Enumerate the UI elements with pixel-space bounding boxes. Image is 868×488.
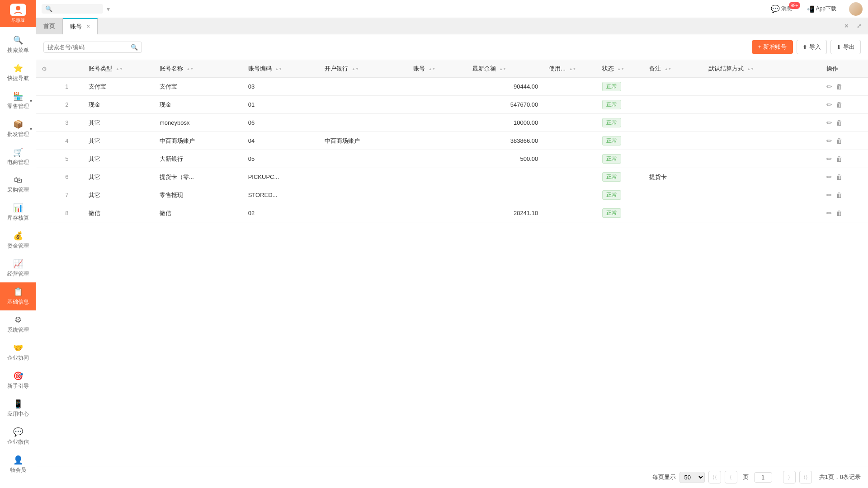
sort-default-settlement-icon[interactable]: ▲▼ [747,67,754,71]
delete-icon[interactable]: 🗑 [836,173,843,181]
col-account-type[interactable]: 账号类型 ▲▼ [83,60,154,78]
delete-icon[interactable]: 🗑 [836,209,843,217]
page-size-select[interactable]: 50 10 20 100 [679,472,705,483]
row-status: 正常 [597,114,644,132]
row-latest-balance: 500.00 [467,150,544,168]
row-settings-cell [36,186,60,204]
row-default-settlement [703,204,821,222]
tab-account[interactable]: 账号 ✕ [63,18,98,34]
enterprise-wechat-icon: 💬 [13,427,23,437]
sidebar-item-app-center[interactable]: 📱 应用中心 [0,394,36,422]
col-status[interactable]: 状态 ▲▼ [597,60,644,78]
delete-icon[interactable]: 🗑 [836,137,843,145]
sort-account-no-icon[interactable]: ▲▼ [429,67,436,71]
user-avatar[interactable] [849,2,863,16]
row-account-code: 05 [243,150,320,168]
sort-status-icon[interactable]: ▲▼ [617,67,624,71]
tab-expand-icon[interactable]: ⤢ [854,21,864,32]
sidebar-item-member[interactable]: 👤 畅会员 [0,450,36,479]
sort-account-type-icon[interactable]: ▲▼ [116,67,123,71]
edit-icon[interactable]: ✏ [826,101,832,109]
sidebar-item-label: 企业协同 [7,354,29,362]
sidebar-item-purchase-mgmt[interactable]: 🛍 采购管理 [0,171,36,198]
topbar-dropdown-icon[interactable]: ▾ [107,5,110,13]
row-account-type: 其它 [83,168,154,186]
row-remark [644,114,703,132]
export-button[interactable]: ⬇ 导出 [830,40,861,54]
sidebar-item-label: 快捷导航 [7,75,29,82]
account-search-input[interactable] [47,44,129,51]
sort-usage-icon[interactable]: ▲▼ [569,67,576,71]
col-default-settlement[interactable]: 默认结算方式 ▲▼ [703,60,821,78]
col-account-no[interactable]: 账号 ▲▼ [408,60,467,78]
sidebar-item-capital-mgmt[interactable]: 💰 资金管理 [0,226,36,254]
edit-icon[interactable]: ✏ [826,209,832,217]
sort-latest-balance-icon[interactable]: ▲▼ [499,67,506,71]
import-button[interactable]: ⬆ 导入 [797,40,827,54]
basic-info-icon: 📋 [13,287,23,297]
sidebar-item-enterprise-wechat[interactable]: 💬 企业微信 [0,422,36,450]
edit-icon[interactable]: ✏ [826,119,832,127]
page-last-button[interactable]: ⟩⟩ [799,471,812,483]
edit-icon[interactable]: ✏ [826,191,832,199]
add-account-button[interactable]: + 新增账号 [752,40,793,54]
row-latest-balance: 547670.00 [467,96,544,114]
sort-account-name-icon[interactable]: ▲▼ [187,67,194,71]
row-default-settlement [703,78,821,96]
col-remark[interactable]: 备注 ▲▼ [644,60,703,78]
col-bank[interactable]: 开户银行 ▲▼ [319,60,408,78]
sidebar-item-inventory[interactable]: 📊 库存核算 [0,198,36,226]
row-account-code: STORED... [243,186,320,204]
account-search-icon[interactable]: 🔍 [131,44,138,51]
sidebar-item-quick-nav[interactable]: ⭐ 快捷导航 [0,59,36,87]
message-button[interactable]: 💬 消息 99+ [771,5,792,13]
col-account-code[interactable]: 账号编码 ▲▼ [243,60,320,78]
table-row: 3 其它 moneybosx 06 10000.00 正常 ✏ 🗑 [36,114,868,132]
row-account-name: 支付宝 [154,78,243,96]
topbar-search-input[interactable] [54,6,99,12]
sidebar-item-enterprise-agreement[interactable]: 🤝 企业协同 [0,338,36,366]
delete-icon[interactable]: 🗑 [836,119,843,127]
page-next-button[interactable]: ⟩ [783,471,796,483]
sidebar-item-system-mgmt[interactable]: ⚙ 系统管理 [0,310,36,338]
settings-icon[interactable]: ⚙ [42,66,47,72]
sidebar-item-retail-mgmt[interactable]: 🏪 零售管理 [0,87,36,115]
sidebar-item-search-menu[interactable]: 🔍 搜索菜单 [0,31,36,59]
edit-icon[interactable]: ✏ [826,83,832,91]
sort-account-code-icon[interactable]: ▲▼ [275,67,282,71]
row-account-name: 提货卡（零... [154,168,243,186]
delete-icon[interactable]: 🗑 [836,155,843,163]
page-first-button[interactable]: ⟨⟨ [708,471,721,483]
delete-icon[interactable]: 🗑 [836,101,843,108]
sort-remark-icon[interactable]: ▲▼ [665,67,672,71]
delete-icon[interactable]: 🗑 [836,191,843,199]
sidebar-item-label: 畅会员 [10,466,26,474]
edit-icon[interactable]: ✏ [826,137,832,145]
row-usage [543,150,596,168]
row-account-no [408,150,467,168]
tab-home[interactable]: 首页 [36,18,63,34]
sort-bank-icon[interactable]: ▲▼ [352,67,359,71]
sidebar-item-basic-info[interactable]: 📋 基础信息 [0,282,36,310]
edit-icon[interactable]: ✏ [826,173,832,181]
page-prev-button[interactable]: ⟨ [725,471,737,483]
row-actions: ✏ 🗑 [821,168,868,186]
topbar-search[interactable]: 🔍 [42,4,103,14]
sidebar-item-newbie-guide[interactable]: 🎯 新手引导 [0,366,36,394]
sidebar-item-wholesale-mgmt[interactable]: 📦 批发管理 [0,115,36,143]
col-account-name[interactable]: 账号名称 ▲▼ [154,60,243,78]
account-search-wrapper[interactable]: 🔍 [43,42,142,53]
export-icon: ⬇ [836,44,841,51]
delete-icon[interactable]: 🗑 [836,83,843,90]
app-download-button[interactable]: 📲 App下载 [807,5,836,13]
col-settings[interactable]: ⚙ [36,60,60,78]
sidebar-item-ecom-mgmt[interactable]: 🛒 电商管理 [0,143,36,171]
tab-account-close-icon[interactable]: ✕ [86,24,90,29]
ops-mgmt-icon: 📈 [13,259,23,269]
col-usage[interactable]: 使用... ▲▼ [543,60,596,78]
edit-icon[interactable]: ✏ [826,155,832,163]
page-number-input[interactable] [754,472,772,483]
tab-close-icon[interactable]: ✕ [841,21,852,32]
col-latest-balance[interactable]: 最新余额 ▲▼ [467,60,544,78]
sidebar-item-ops-mgmt[interactable]: 📈 经营管理 [0,254,36,282]
